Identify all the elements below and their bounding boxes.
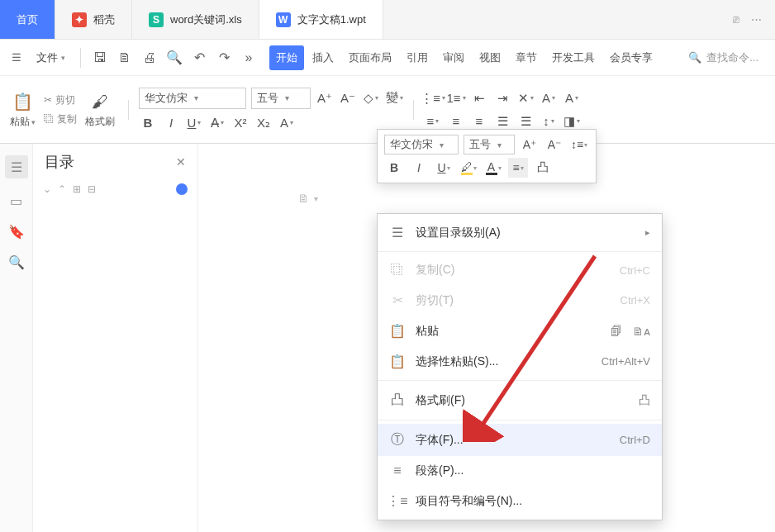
page-rail-icon[interactable]: ▭ [10, 193, 22, 209]
float-shrink-font-icon[interactable]: A⁻ [544, 135, 564, 154]
menu-icon[interactable]: ☰ [7, 51, 26, 64]
format-painter-icon[interactable]: 🖌 [88, 90, 112, 113]
float-bold-icon[interactable]: B [384, 158, 404, 178]
float-highlight-icon[interactable]: 🖊 [459, 158, 478, 178]
minus-icon[interactable]: ⊟ [88, 183, 96, 195]
tab-chapter[interactable]: 章节 [509, 45, 544, 70]
plus-icon[interactable]: ⊞ [73, 183, 81, 195]
tab-review[interactable]: 审阅 [436, 45, 471, 70]
underline-icon[interactable]: U [185, 114, 203, 132]
font-name-select[interactable]: 华文仿宋▾ [139, 88, 246, 109]
outline-tools: ⌄ ⌃ ⊞ ⊟ [33, 180, 197, 198]
refresh-dot-icon[interactable] [176, 183, 188, 195]
float-grow-font-icon[interactable]: A⁺ [520, 135, 540, 154]
indent-dec-icon[interactable]: ⇤ [470, 89, 488, 107]
ctx-paragraph[interactable]: ≡ 段落(P)... [378, 456, 662, 486]
ctx-bullets[interactable]: ⋮≡ 项目符号和编号(N)... [378, 486, 662, 516]
distribute-icon[interactable]: ☰ [516, 112, 535, 131]
shrink-font-icon[interactable]: A⁻ [339, 89, 357, 107]
strike-icon[interactable]: A̶ [208, 114, 226, 132]
float-font-size[interactable]: 五号▾ [464, 135, 515, 154]
tab-layout[interactable]: 页面布局 [342, 45, 398, 70]
ctx-paste[interactable]: 📋 粘贴 🗐 🗎ᴀ [378, 316, 662, 346]
more-icon[interactable]: ⋯ [751, 13, 762, 26]
italic-icon[interactable]: I [162, 114, 180, 132]
tab-docer-label: 稻壳 [93, 12, 115, 27]
tab-home[interactable]: 首页 [0, 0, 55, 39]
float-line-spacing-icon[interactable]: ↕≡ [569, 135, 589, 154]
search-rail-icon[interactable]: 🔍 [8, 254, 25, 270]
writer-icon: W [276, 12, 291, 27]
subscript-icon[interactable]: X₂ [254, 114, 273, 132]
copy-icon: ⿻ [44, 113, 54, 125]
expand-icon[interactable]: ⌄ [43, 183, 51, 195]
font-color-icon[interactable]: A [278, 114, 296, 132]
bullets-numbering-icon: ⋮≡ [389, 493, 406, 509]
align-left-icon[interactable]: ≡ [424, 112, 442, 131]
float-font-color-icon[interactable]: A [483, 158, 503, 178]
clear-format-icon[interactable]: ◇ [362, 89, 380, 107]
print-icon[interactable]: 🖨 [139, 47, 160, 69]
cut-button[interactable]: ✂剪切 [44, 93, 77, 107]
tab-docer[interactable]: ✦ 稻壳 [55, 0, 132, 39]
tab-view[interactable]: 视图 [473, 45, 507, 70]
file-menu[interactable]: 文件▾ [30, 47, 72, 69]
mini-toolbar: 华文仿宋▾ 五号▾ A⁺ A⁻ ↕≡ B I U 🖊 A ≡ 凸 [377, 129, 597, 183]
tab-bar: 首页 ✦ 稻壳 S word关键词.xls W 文字文稿1.wpt ⎚ ⋯ [0, 0, 775, 40]
paste-text-only-icon[interactable]: 🗎ᴀ [632, 325, 650, 338]
undo-icon[interactable]: ↶ [188, 47, 210, 69]
align-right-icon[interactable]: ≡ [470, 112, 488, 131]
float-underline-icon[interactable]: U [434, 158, 454, 178]
tab-references[interactable]: 引用 [400, 45, 435, 70]
paste-keep-format-icon[interactable]: 🗐 [611, 325, 622, 338]
text-effects-icon[interactable]: ✕ [516, 89, 535, 107]
tab-wpt[interactable]: W 文字文稿1.wpt [259, 0, 383, 39]
redo-icon[interactable]: ↷ [213, 47, 235, 69]
save-icon[interactable]: 🖫 [89, 47, 111, 69]
collapse-icon[interactable]: ⌃ [58, 183, 66, 195]
line-spacing-icon[interactable]: ↕ [540, 112, 558, 131]
float-font-name[interactable]: 华文仿宋▾ [384, 135, 459, 154]
ctx-copy: ⿻ 复制(C) Ctrl+C [378, 255, 662, 285]
more-quick-icon[interactable]: » [238, 47, 259, 69]
styles-a-icon[interactable]: A [540, 89, 558, 107]
present-icon[interactable]: ⎚ [733, 13, 739, 26]
shading-icon[interactable]: ◨ [563, 112, 581, 131]
close-icon[interactable]: ✕ [176, 155, 186, 169]
align-center-icon[interactable]: ≡ [447, 112, 465, 131]
paragraph-icon: ≡ [389, 463, 406, 478]
superscript-icon[interactable]: X² [231, 114, 250, 132]
tab-xls[interactable]: S word关键词.xls [132, 0, 259, 39]
font-size-select[interactable]: 五号▾ [251, 88, 311, 109]
tab-member[interactable]: 会员专享 [603, 45, 659, 70]
paste-icon[interactable]: 📋 [11, 90, 36, 113]
format-painter-label[interactable]: 格式刷 [85, 115, 115, 129]
float-align-icon[interactable]: ≡ [508, 158, 528, 178]
bookmark-rail-icon[interactable]: 🔖 [8, 224, 25, 240]
format-painter-group: 🖌 格式刷 [82, 90, 118, 129]
phonetic-icon[interactable]: 變 [385, 89, 403, 107]
numbering-icon[interactable]: 1≡ [447, 89, 465, 107]
tab-devtools[interactable]: 开发工具 [545, 45, 601, 70]
ctx-paste-special[interactable]: 📋 选择性粘贴(S)... Ctrl+Alt+V [378, 346, 662, 377]
justify-icon[interactable]: ☰ [493, 112, 511, 131]
copy-button[interactable]: ⿻复制 [44, 112, 77, 126]
grow-font-icon[interactable]: A⁺ [316, 89, 334, 107]
ctx-set-level[interactable]: ☰ 设置目录级别(A) ▸ [378, 217, 662, 248]
float-format-painter-icon[interactable]: 凸 [533, 158, 553, 178]
tab-start[interactable]: 开始 [269, 45, 304, 70]
ctx-format-painter[interactable]: 凸 格式刷(F) 凸 [378, 384, 662, 416]
float-italic-icon[interactable]: I [409, 158, 429, 178]
styles-b-icon[interactable]: A [563, 89, 581, 107]
save-as-icon[interactable]: 🗎 [114, 47, 136, 69]
print-preview-icon[interactable]: 🔍 [164, 47, 185, 69]
bold-icon[interactable]: B [139, 114, 157, 132]
tab-home-label: 首页 [17, 12, 38, 27]
ctx-font[interactable]: Ⓣ 字体(F)... Ctrl+D [378, 424, 662, 456]
indent-inc-icon[interactable]: ⇥ [493, 89, 511, 107]
outline-rail-icon[interactable]: ☰ [5, 155, 28, 178]
bullets-icon[interactable]: ⋮≡ [424, 89, 442, 107]
paste-label[interactable]: 粘贴▾ [10, 115, 36, 129]
tab-insert[interactable]: 插入 [306, 45, 340, 70]
command-search[interactable]: 🔍 查找命令... [678, 50, 768, 65]
